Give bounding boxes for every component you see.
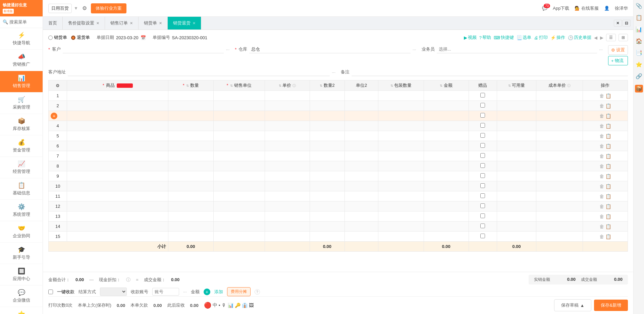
qty-cell[interactable] [168, 171, 213, 181]
customer-picker[interactable]: ··· [226, 47, 229, 52]
sidebar-item-marketing[interactable]: 📣 营销推广 [0, 50, 43, 71]
unit2-cell[interactable] [344, 131, 378, 141]
qty-cell[interactable] [168, 131, 213, 141]
trial-button[interactable]: 体验行业方案 [91, 3, 126, 13]
gift-checkbox[interactable] [480, 183, 485, 188]
operate-link[interactable]: ⚡ 操作 [550, 35, 565, 41]
sidebar-item-guide[interactable]: 🎓 新手引导 [0, 243, 43, 264]
unit-cell[interactable] [213, 181, 265, 191]
price-input[interactable] [267, 133, 308, 138]
amount-cell[interactable] [424, 161, 469, 171]
price-input[interactable] [267, 153, 308, 159]
gift-checkbox[interactable] [480, 163, 485, 168]
sidebar-item-finance[interactable]: 💰 资金管理 [0, 135, 43, 157]
history-link[interactable]: 🕒 历史单据 [568, 35, 591, 41]
copy-row-btn[interactable]: 📋 [605, 204, 611, 209]
unit2-input[interactable] [347, 164, 376, 169]
amount-cell[interactable] [424, 222, 469, 232]
available-cell[interactable] [497, 181, 536, 191]
qty2-cell[interactable] [310, 211, 344, 222]
amount-cell[interactable] [424, 101, 469, 111]
delete-row-btn[interactable]: 🗑 [599, 184, 604, 189]
one-key-receipt-checkbox[interactable] [48, 290, 53, 294]
copy-row-btn[interactable]: 📋 [605, 224, 611, 229]
gift-cell[interactable] [469, 181, 497, 191]
available-cell[interactable] [497, 232, 536, 242]
available-input[interactable] [499, 224, 534, 229]
copy-row-btn[interactable]: 📋 [605, 164, 611, 169]
pack-qty-input[interactable] [380, 93, 421, 98]
right-icon-1[interactable]: 📎 [636, 3, 642, 9]
pack-qty-cell[interactable] [378, 121, 424, 131]
available-input[interactable] [499, 184, 534, 189]
cost-info-icon[interactable]: ⓘ [567, 84, 571, 87]
tab-sales-return[interactable]: 销货退货 ✕ [168, 17, 201, 29]
product-input[interactable] [69, 234, 166, 239]
video-link[interactable]: ▶ 视频 [464, 35, 477, 41]
pack-qty-cell[interactable] [378, 111, 424, 121]
product-cell[interactable] [67, 211, 168, 222]
gift-checkbox[interactable] [480, 193, 485, 198]
unit-cell[interactable] [213, 131, 265, 141]
qty2-input[interactable] [312, 234, 342, 239]
pack-qty-cell[interactable] [378, 191, 424, 201]
unit-cell[interactable] [213, 171, 265, 181]
sidebar-item-enterprise[interactable]: 🤝 企业协同 [0, 221, 43, 243]
radio-sale-invoice[interactable]: 销货单 [48, 35, 67, 41]
qty2-cell[interactable] [310, 141, 344, 151]
amount-input[interactable] [426, 174, 467, 179]
shortcut-link[interactable]: ⌨ 快捷键 [494, 35, 514, 41]
available-cell[interactable] [497, 151, 536, 161]
price-cell[interactable] [265, 211, 310, 222]
right-icon-7[interactable]: 🔗 [636, 73, 642, 79]
delete-row-btn[interactable]: 🗑 [599, 194, 604, 199]
qty2-cell[interactable] [310, 161, 344, 171]
price-cell[interactable] [265, 181, 310, 191]
price-cell[interactable] [265, 201, 310, 211]
pack-qty-cell[interactable] [378, 131, 424, 141]
amount-input[interactable] [426, 123, 467, 128]
qty2-input[interactable] [312, 194, 342, 199]
unit-cell[interactable] [213, 111, 265, 121]
delete-row-btn[interactable]: 🗑 [599, 143, 604, 149]
right-icon-3[interactable]: 📊 [636, 26, 642, 33]
product-cell[interactable] [67, 161, 168, 171]
amount-cell[interactable] [424, 232, 469, 242]
sidebar-item-shortcut[interactable]: ⚡ 快捷导航 [0, 28, 43, 50]
available-cell[interactable] [497, 201, 536, 211]
copy-row-btn[interactable]: 📋 [605, 174, 611, 179]
qty-input[interactable] [170, 204, 211, 209]
app-download-link[interactable]: App下载 [553, 5, 569, 11]
delete-row-btn[interactable]: 🗑 [599, 174, 604, 179]
unit2-input[interactable] [347, 123, 376, 128]
gear-icon[interactable]: ⚙ [82, 5, 87, 11]
add-row-btn[interactable]: + [51, 113, 57, 119]
available-cell[interactable] [497, 191, 536, 201]
unit-cell[interactable] [213, 222, 265, 232]
qty2-cell[interactable] [310, 131, 344, 141]
gift-cell[interactable] [469, 151, 497, 161]
gift-cell[interactable] [469, 191, 497, 201]
unit-input[interactable] [216, 174, 263, 179]
right-icon-4[interactable]: 🏠 [636, 38, 642, 44]
delete-row-btn[interactable]: 🗑 [599, 93, 604, 99]
scan-badge-header[interactable]: 扫码录入 [117, 83, 133, 88]
available-cell[interactable] [497, 141, 536, 151]
amount-input[interactable] [426, 204, 467, 209]
qty2-cell[interactable] [310, 232, 344, 242]
amount-cell[interactable] [424, 191, 469, 201]
delete-row-btn[interactable]: 🗑 [599, 103, 604, 109]
unit2-input[interactable] [347, 184, 376, 189]
unit-cell[interactable] [213, 141, 265, 151]
product-cell[interactable] [67, 91, 168, 101]
pack-qty-input[interactable] [380, 214, 421, 219]
qty-input[interactable] [170, 133, 211, 138]
calendar-icon[interactable]: 📅 [141, 35, 146, 40]
qty2-input[interactable] [312, 93, 342, 98]
gift-checkbox[interactable] [480, 103, 485, 108]
amount-cell[interactable] [424, 141, 469, 151]
available-cell[interactable] [497, 161, 536, 171]
qty-cell[interactable] [168, 222, 213, 232]
gift-checkbox[interactable] [480, 123, 485, 128]
qty2-input[interactable] [312, 143, 342, 148]
